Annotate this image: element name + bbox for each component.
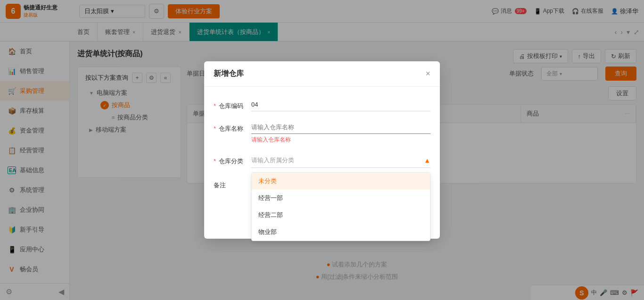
warehouse-category-row: * 仓库分类 请输入所属分类 ▲ 未分类 经营一部 经营二部 物业部 [214, 153, 430, 168]
dialog-close-button[interactable]: × [425, 69, 430, 79]
warehouse-code-row: * 仓库编码 [214, 98, 430, 111]
warehouse-name-input[interactable] [251, 121, 430, 134]
warehouse-name-error: 请输入仓库名称 [251, 136, 430, 144]
dropdown-item-unclassified[interactable]: 未分类 [252, 173, 430, 190]
chevron-up-icon: ▲ [424, 157, 430, 164]
dialog-header: 新增仓库 × [204, 61, 440, 87]
new-warehouse-dialog: 新增仓库 × * 仓库编码 * 仓库名称 [204, 61, 440, 239]
dialog-title: 新增仓库 [214, 69, 244, 79]
warehouse-category-placeholder: 请输入所属分类 [251, 156, 294, 165]
warehouse-name-row: * 仓库名称 请输入仓库名称 [214, 121, 430, 144]
warehouse-code-input[interactable] [251, 98, 430, 111]
dropdown-item-dept1[interactable]: 经营一部 [252, 190, 430, 207]
warehouse-category-select[interactable]: 请输入所属分类 ▲ [251, 153, 430, 168]
dropdown-item-dept3[interactable]: 物业部 [252, 224, 430, 241]
dropdown-item-dept2[interactable]: 经营二部 [252, 207, 430, 224]
dialog-body: * 仓库编码 * 仓库名称 请输入仓库名称 [204, 87, 440, 211]
modal-overlay: 新增仓库 × * 仓库编码 * 仓库名称 [0, 0, 644, 300]
category-dropdown: 未分类 经营一部 经营二部 物业部 [251, 172, 430, 241]
